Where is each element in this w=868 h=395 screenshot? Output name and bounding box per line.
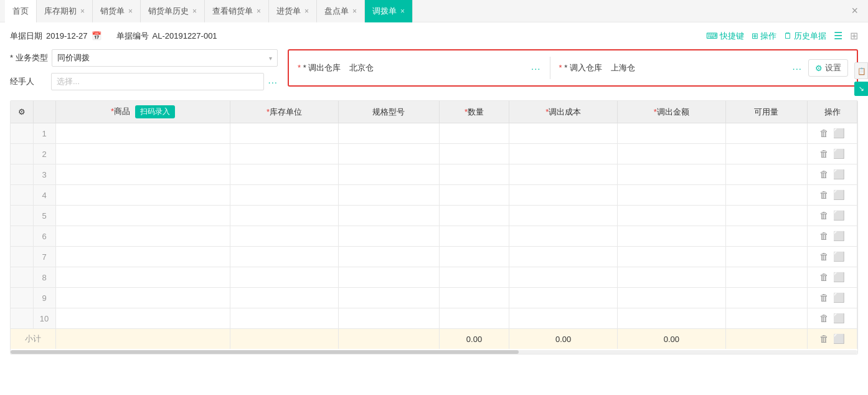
horizontal-scrollbar[interactable] bbox=[11, 350, 857, 354]
table-cell-amount[interactable] bbox=[618, 288, 726, 308]
table-cell-cost[interactable] bbox=[509, 308, 618, 329]
tab-sales-history[interactable]: 销货单历史 × bbox=[141, 0, 205, 22]
table-cell-spec[interactable] bbox=[338, 308, 439, 329]
table-cell-product[interactable] bbox=[55, 308, 230, 329]
table-cell-unit[interactable] bbox=[230, 123, 339, 144]
table-cell-amount[interactable] bbox=[618, 267, 726, 288]
table-cell-unit[interactable] bbox=[230, 164, 339, 185]
table-cell-qty[interactable] bbox=[439, 144, 509, 164]
sidebar-note-btn[interactable]: 📋 bbox=[854, 62, 868, 79]
delete-row-btn[interactable]: 🗑 bbox=[818, 291, 830, 304]
table-cell-product[interactable] bbox=[55, 267, 230, 288]
delete-row-btn[interactable]: 🗑 bbox=[818, 270, 830, 283]
table-cell-spec[interactable] bbox=[338, 288, 439, 308]
table-cell-amount[interactable] bbox=[618, 164, 726, 185]
shortcuts-button[interactable]: ⌨ 快捷键 bbox=[706, 31, 744, 42]
view-toggle-grid[interactable]: ⊞ bbox=[850, 30, 858, 42]
table-cell-cost[interactable] bbox=[509, 144, 618, 164]
table-cell-product[interactable] bbox=[55, 123, 230, 144]
delete-row-btn[interactable]: 🗑 bbox=[818, 229, 830, 242]
table-cell-unit[interactable] bbox=[230, 308, 339, 329]
history-button[interactable]: 🗒 历史单据 bbox=[784, 31, 826, 42]
table-cell-cost[interactable] bbox=[509, 247, 618, 267]
delete-row-btn[interactable]: 🗑 bbox=[818, 250, 830, 263]
delete-row-btn[interactable]: 🗑 bbox=[818, 126, 830, 140]
table-cell-cost[interactable] bbox=[509, 288, 618, 308]
table-cell-qty[interactable] bbox=[439, 185, 509, 206]
table-cell-unit[interactable] bbox=[230, 185, 339, 206]
table-cell-qty[interactable] bbox=[439, 308, 509, 329]
copy-row-btn[interactable]: ⬜ bbox=[832, 291, 846, 305]
table-cell-cost[interactable] bbox=[509, 185, 618, 206]
business-type-select[interactable]: 同价调拨 ▾ bbox=[52, 49, 278, 67]
scan-btn[interactable]: 扫码录入 bbox=[135, 105, 175, 118]
table-cell-unit[interactable] bbox=[230, 226, 339, 247]
table-cell-amount[interactable] bbox=[618, 247, 726, 267]
copy-row-btn[interactable]: ⬜ bbox=[832, 312, 846, 325]
tab-view-sales-close[interactable]: × bbox=[257, 7, 261, 16]
copy-row-btn[interactable]: ⬜ bbox=[832, 250, 846, 264]
tab-transfer-close[interactable]: × bbox=[400, 7, 405, 16]
table-cell-cost[interactable] bbox=[509, 226, 618, 247]
table-cell-amount[interactable] bbox=[618, 123, 726, 144]
tab-sales-order[interactable]: 销货单 × bbox=[93, 0, 141, 22]
table-cell-product[interactable] bbox=[55, 226, 230, 247]
table-settings-col[interactable]: ⚙ bbox=[11, 101, 33, 123]
copy-row-btn[interactable]: ⬜ bbox=[832, 168, 846, 181]
tab-inventory-count-close[interactable]: × bbox=[352, 7, 357, 16]
table-cell-product[interactable] bbox=[55, 206, 230, 226]
tab-view-sales[interactable]: 查看销货单 × bbox=[205, 0, 269, 22]
tab-inventory-count[interactable]: 盘点单 × bbox=[317, 0, 365, 22]
table-cell-spec[interactable] bbox=[338, 267, 439, 288]
tab-purchase[interactable]: 进货单 × bbox=[269, 0, 317, 22]
table-cell-qty[interactable] bbox=[439, 226, 509, 247]
tab-home[interactable]: 首页 bbox=[5, 0, 37, 22]
table-cell-amount[interactable] bbox=[618, 185, 726, 206]
copy-row-btn[interactable]: ⬜ bbox=[832, 332, 846, 346]
sidebar-expand-btn[interactable]: ↗ bbox=[854, 82, 868, 96]
table-cell-qty[interactable] bbox=[439, 123, 509, 144]
table-cell-product[interactable] bbox=[55, 288, 230, 308]
table-cell-product[interactable] bbox=[55, 247, 230, 267]
tab-purchase-close[interactable]: × bbox=[304, 7, 309, 16]
delete-row-btn[interactable]: 🗑 bbox=[818, 209, 830, 222]
table-cell-unit[interactable] bbox=[230, 144, 339, 164]
handler-select[interactable]: 选择... bbox=[51, 73, 264, 90]
table-cell-spec[interactable] bbox=[338, 164, 439, 185]
table-cell-qty[interactable] bbox=[439, 206, 509, 226]
table-cell-qty[interactable] bbox=[439, 247, 509, 267]
settings-button[interactable]: ⚙ 设置 bbox=[808, 59, 848, 77]
table-cell-product[interactable] bbox=[55, 144, 230, 164]
table-cell-amount[interactable] bbox=[618, 226, 726, 247]
copy-row-btn[interactable]: ⬜ bbox=[832, 126, 846, 140]
table-cell-unit[interactable] bbox=[230, 288, 339, 308]
view-toggle-list[interactable]: ☰ bbox=[834, 30, 842, 42]
table-cell-cost[interactable] bbox=[509, 164, 618, 185]
copy-row-btn[interactable]: ⬜ bbox=[832, 229, 846, 243]
tab-transfer[interactable]: 调拨单 × bbox=[365, 0, 413, 22]
table-cell-unit[interactable] bbox=[230, 267, 339, 288]
copy-row-btn[interactable]: ⬜ bbox=[832, 147, 846, 161]
tab-inventory-init-close[interactable]: × bbox=[80, 7, 85, 16]
operations-button[interactable]: ⊞ 操作 bbox=[752, 31, 776, 42]
table-cell-qty[interactable] bbox=[439, 288, 509, 308]
table-cell-spec[interactable] bbox=[338, 185, 439, 206]
delete-row-btn[interactable]: 🗑 bbox=[818, 168, 830, 181]
table-cell-spec[interactable] bbox=[338, 123, 439, 144]
table-cell-amount[interactable] bbox=[618, 144, 726, 164]
table-cell-qty[interactable] bbox=[439, 267, 509, 288]
table-cell-cost[interactable] bbox=[509, 206, 618, 226]
tab-sales-history-close[interactable]: × bbox=[192, 7, 197, 16]
table-cell-unit[interactable] bbox=[230, 206, 339, 226]
copy-row-btn[interactable]: ⬜ bbox=[832, 270, 846, 284]
table-cell-amount[interactable] bbox=[618, 206, 726, 226]
window-close-button[interactable]: × bbox=[846, 4, 863, 17]
handler-more-icon[interactable]: ··· bbox=[268, 77, 278, 87]
delete-row-btn[interactable]: 🗑 bbox=[818, 147, 830, 160]
table-cell-unit[interactable] bbox=[230, 247, 339, 267]
table-cell-spec[interactable] bbox=[338, 144, 439, 164]
table-cell-product[interactable] bbox=[55, 164, 230, 185]
table-cell-spec[interactable] bbox=[338, 247, 439, 267]
copy-row-btn[interactable]: ⬜ bbox=[832, 188, 846, 202]
copy-row-btn[interactable]: ⬜ bbox=[832, 209, 846, 222]
